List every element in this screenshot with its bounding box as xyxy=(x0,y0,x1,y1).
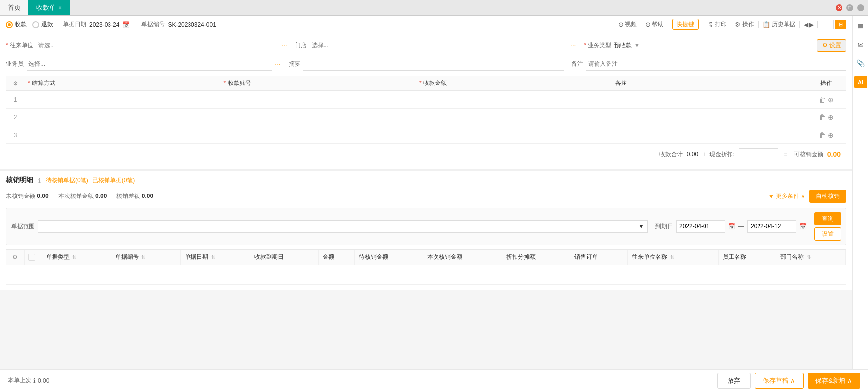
row-3-remark[interactable] xyxy=(611,126,807,144)
row-3-settle-input[interactable] xyxy=(24,126,220,143)
row-3-remark-input[interactable] xyxy=(611,126,807,143)
col-account-header[interactable]: 收款账号 xyxy=(220,76,416,91)
radio-receive[interactable]: 收款 xyxy=(6,20,27,28)
row-1-remark-input[interactable] xyxy=(611,91,807,108)
row-1-settle[interactable] xyxy=(24,91,220,109)
tab-close-icon[interactable]: × xyxy=(58,4,62,11)
row-2-remark[interactable] xyxy=(611,109,807,126)
row-3-account-input[interactable] xyxy=(220,126,416,143)
verification-title: 核销明细 xyxy=(6,176,33,185)
col-amount-header[interactable]: 收款金额 xyxy=(415,76,611,91)
verification-info-icon[interactable]: ℹ xyxy=(38,177,41,184)
select-all-checkbox[interactable] xyxy=(28,254,35,261)
business-type-select[interactable]: 预收款 ▼ xyxy=(614,41,640,50)
row-3-copy-icon[interactable]: ⊕ xyxy=(828,131,834,139)
window-maximize-btn[interactable]: □ xyxy=(846,4,853,11)
row-2-amount-input[interactable] xyxy=(415,109,611,126)
sidebar-camera-icon[interactable]: Ai xyxy=(854,76,867,88)
nav-next-btn[interactable]: ▶ xyxy=(809,21,814,28)
row-2-delete-icon[interactable]: 🗑 xyxy=(819,113,826,121)
row-3-account[interactable] xyxy=(220,126,416,144)
col-type-label: 单据类型 xyxy=(46,253,70,260)
partner-more-icon[interactable]: ··· xyxy=(281,41,287,49)
row-1-copy-icon[interactable]: ⊕ xyxy=(828,96,834,104)
row-1-settle-input[interactable] xyxy=(24,91,220,108)
row-1-remark[interactable] xyxy=(611,91,807,109)
form-settings-btn[interactable]: ⚙ 设置 xyxy=(817,39,846,52)
range-select[interactable]: ▼ xyxy=(38,220,648,233)
tab-receipt[interactable]: 收款单 × xyxy=(28,0,70,15)
from-date-input[interactable] xyxy=(676,220,725,233)
summary-label: 摘要 xyxy=(289,60,300,68)
tab-home[interactable]: 首页 xyxy=(0,0,28,15)
help-btn[interactable]: ⊙ 帮助 xyxy=(645,20,664,28)
window-close-btn[interactable]: ✕ xyxy=(836,4,842,11)
from-calendar-icon[interactable]: 📅 xyxy=(728,223,735,230)
data-table-settings-icon[interactable]: ⚙ xyxy=(12,254,18,261)
date-calendar-icon[interactable]: 📅 xyxy=(122,21,130,28)
view-list-btn[interactable]: ≡ xyxy=(822,20,834,29)
sidebar-table-icon[interactable]: ▦ xyxy=(854,20,867,32)
row-2-account-input[interactable] xyxy=(220,109,416,126)
col-settle-header[interactable]: 结算方式 xyxy=(24,76,220,91)
remark-input[interactable] xyxy=(586,57,846,71)
operation-btn[interactable]: ⚙ 操作 xyxy=(735,20,754,28)
history-btn[interactable]: 📋 历史单据 xyxy=(762,20,795,28)
done-tab[interactable]: 已核销单据(0笔) xyxy=(92,176,135,185)
col-number-header[interactable]: 单据编号 ⇅ xyxy=(111,250,180,265)
date-separator: — xyxy=(738,223,744,230)
to-date-input[interactable] xyxy=(747,220,796,233)
col-partner-header[interactable]: 往来单位名称 ⇅ xyxy=(628,250,719,265)
sidebar-clip-icon[interactable]: 📎 xyxy=(854,57,867,70)
col-type-header[interactable]: 单据类型 ⇅ xyxy=(42,250,111,265)
print-btn[interactable]: 🖨 打印 xyxy=(707,20,727,28)
radio-receive-dot xyxy=(6,21,13,28)
row-2-settle-input[interactable] xyxy=(24,109,220,126)
row-3-settle[interactable] xyxy=(24,126,220,144)
query-btn[interactable]: 查询 xyxy=(814,212,841,225)
row-2-copy-icon[interactable]: ⊕ xyxy=(828,113,834,121)
partner-input[interactable] xyxy=(36,38,278,52)
bottom-info-icon[interactable]: ℹ xyxy=(33,377,36,384)
shortcut-btn[interactable]: 快捷键 xyxy=(672,19,699,30)
salesman-more-icon[interactable]: ··· xyxy=(275,60,281,68)
row-1-account-input[interactable] xyxy=(220,91,416,108)
col-sales-order-header: 销售订单 xyxy=(570,250,627,265)
radio-refund[interactable]: 退款 xyxy=(32,20,53,28)
row-3-amount[interactable] xyxy=(415,126,611,144)
nav-prev-btn[interactable]: ◀ xyxy=(804,21,808,28)
row-2-account[interactable] xyxy=(220,109,416,126)
more-conditions-btn[interactable]: ▼ 更多条件 ∧ xyxy=(768,192,805,200)
row-1-delete-icon[interactable]: 🗑 xyxy=(819,96,826,104)
view-grid-btn[interactable]: ⊞ xyxy=(835,20,846,29)
verification-settings-btn[interactable]: 设置 xyxy=(814,227,841,241)
auto-verify-btn[interactable]: 自动核销 xyxy=(809,190,846,203)
row-1-account[interactable] xyxy=(220,91,416,109)
row-3-amount-input[interactable] xyxy=(415,126,611,143)
row-2-settle[interactable] xyxy=(24,109,220,126)
col-dept-header[interactable]: 部门名称 ⇅ xyxy=(776,250,846,265)
summary-input[interactable] xyxy=(303,57,564,71)
save-draft-btn[interactable]: 保存草稿 ∧ xyxy=(755,373,804,389)
col-date-header[interactable]: 单据日期 ⇅ xyxy=(181,250,250,265)
sidebar-mail-icon[interactable]: ✉ xyxy=(854,38,867,51)
store-input[interactable] xyxy=(310,38,568,52)
save-new-btn[interactable]: 保存&新增 ∧ xyxy=(808,373,860,389)
row-1-amount-input[interactable] xyxy=(415,91,611,108)
video-btn[interactable]: ⊙ 视频 xyxy=(618,20,637,28)
row-3-delete-icon[interactable]: 🗑 xyxy=(819,131,826,139)
pending-tab[interactable]: 待核销单据(0笔) xyxy=(46,176,88,185)
row-2-remark-input[interactable] xyxy=(611,109,807,126)
discount-input[interactable] xyxy=(739,148,778,160)
row-1-amount[interactable] xyxy=(415,91,611,109)
divider-1 xyxy=(641,21,641,28)
col-select-all-header[interactable] xyxy=(24,250,42,265)
row-2-amount[interactable] xyxy=(415,109,611,126)
store-more-icon[interactable]: ··· xyxy=(570,41,576,49)
table-settings-icon[interactable]: ⚙ xyxy=(13,80,18,87)
discard-btn[interactable]: 放弃 xyxy=(717,373,751,389)
salesman-input[interactable] xyxy=(27,57,272,71)
window-minimize-btn[interactable]: — xyxy=(857,4,864,11)
col-account-label: 收款账号 xyxy=(228,80,251,86)
to-calendar-icon[interactable]: 📅 xyxy=(799,223,807,230)
